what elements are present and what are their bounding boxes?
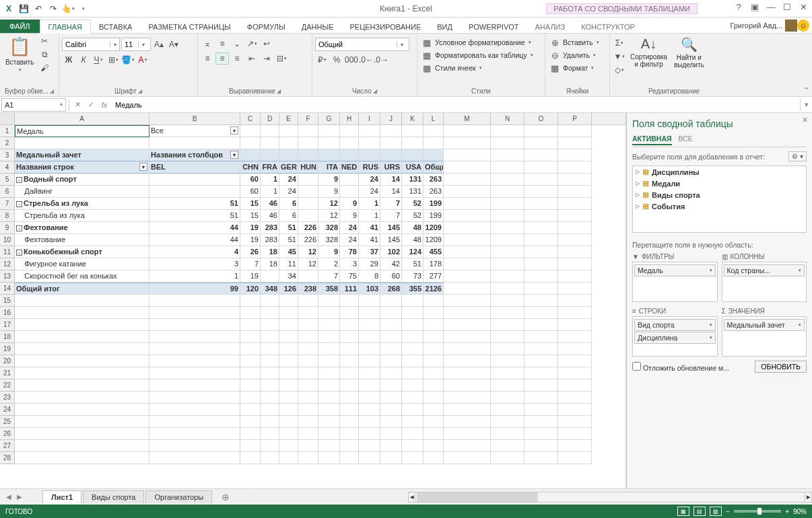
cell[interactable] xyxy=(15,392,149,404)
cell[interactable] xyxy=(279,307,298,319)
cell[interactable] xyxy=(340,319,359,331)
cell[interactable] xyxy=(491,404,525,416)
copy-icon[interactable]: ⧉ xyxy=(38,48,51,61)
cell[interactable] xyxy=(279,331,298,343)
close-icon[interactable]: ✕ xyxy=(796,0,811,13)
cell[interactable] xyxy=(149,331,240,343)
align-left-icon[interactable]: ≡ xyxy=(201,52,214,65)
cell[interactable] xyxy=(149,319,240,331)
cell[interactable]: 348 xyxy=(261,283,279,295)
cell[interactable] xyxy=(359,452,380,464)
cell[interactable] xyxy=(261,416,279,428)
cell[interactable] xyxy=(340,149,359,161)
cell[interactable]: 11 xyxy=(279,258,298,270)
cell[interactable] xyxy=(359,125,380,137)
cell[interactable] xyxy=(15,331,149,343)
cell[interactable]: 145 xyxy=(380,234,402,246)
cell[interactable]: 358 xyxy=(318,283,340,295)
cell[interactable]: 1209 xyxy=(424,234,444,246)
cell[interactable] xyxy=(359,319,380,331)
cell[interactable] xyxy=(444,404,491,416)
cell[interactable] xyxy=(558,355,592,367)
cell[interactable] xyxy=(240,125,261,137)
border-icon[interactable]: ⊞▾ xyxy=(106,54,120,66)
cell[interactable] xyxy=(558,392,592,404)
col-header[interactable]: O xyxy=(525,113,558,124)
cell[interactable] xyxy=(340,295,359,307)
cell[interactable]: CHN xyxy=(240,161,261,174)
row-header[interactable]: 8 xyxy=(0,210,15,222)
cell[interactable]: 73 xyxy=(402,270,424,283)
cell[interactable]: Общий итог xyxy=(424,161,444,174)
cell[interactable] xyxy=(402,379,424,392)
cell[interactable]: 9 xyxy=(318,246,340,258)
cell[interactable] xyxy=(15,137,149,149)
cell[interactable] xyxy=(318,319,340,331)
cell[interactable] xyxy=(444,210,491,222)
cell[interactable] xyxy=(491,307,525,319)
cell[interactable] xyxy=(424,452,444,464)
field-tab-active[interactable]: АКТИВНАЯ xyxy=(632,133,672,145)
cell[interactable] xyxy=(380,428,402,440)
cell[interactable]: 48 xyxy=(402,234,424,246)
tab-data[interactable]: ДАННЫЕ xyxy=(294,20,342,33)
cell[interactable] xyxy=(15,295,149,307)
cell[interactable] xyxy=(491,295,525,307)
horizontal-scrollbar[interactable]: ◂ ▸ xyxy=(408,492,812,503)
cell[interactable] xyxy=(149,379,240,392)
cell[interactable] xyxy=(340,307,359,319)
cell[interactable]: 44 xyxy=(149,234,240,246)
cell[interactable]: 328 xyxy=(318,222,340,234)
cell[interactable]: 277 xyxy=(424,270,444,283)
row-header[interactable]: 20 xyxy=(0,355,15,367)
cell[interactable]: 15 xyxy=(240,198,261,210)
cell[interactable]: 75 xyxy=(340,270,359,283)
cell[interactable]: 19 xyxy=(240,234,261,246)
cell[interactable] xyxy=(279,416,298,428)
cell[interactable]: Названия строк▾ xyxy=(15,161,149,174)
cell[interactable] xyxy=(525,149,558,161)
cell[interactable]: 283 xyxy=(261,222,279,234)
cell[interactable] xyxy=(525,428,558,440)
cell[interactable] xyxy=(444,428,491,440)
cell[interactable]: 24 xyxy=(279,186,298,198)
cell[interactable]: 7 xyxy=(380,198,402,210)
col-header[interactable]: D xyxy=(261,113,279,124)
cell[interactable] xyxy=(149,404,240,416)
field-list[interactable]: ▷▦Дисциплины▷▦Медали▷▦Виды спорта▷▦Событ… xyxy=(632,165,807,233)
cell[interactable] xyxy=(525,270,558,283)
cell[interactable] xyxy=(444,258,491,270)
cell[interactable]: 26 xyxy=(240,246,261,258)
filter-item-medal[interactable]: Медаль▾ xyxy=(634,264,716,276)
defer-update-checkbox[interactable]: Отложить обновление м... xyxy=(632,362,729,372)
cell[interactable]: 46 xyxy=(261,210,279,222)
cell[interactable] xyxy=(318,428,340,440)
expand-collapse-icon[interactable]: - xyxy=(16,250,22,256)
cell[interactable] xyxy=(380,416,402,428)
cell[interactable] xyxy=(444,367,491,379)
cell[interactable] xyxy=(402,331,424,343)
tab-analyze[interactable]: АНАЛИЗ xyxy=(527,20,574,33)
cell[interactable]: 24 xyxy=(359,174,380,186)
cell[interactable] xyxy=(491,428,525,440)
cell[interactable] xyxy=(318,367,340,379)
cell[interactable] xyxy=(525,246,558,258)
cell[interactable] xyxy=(240,137,261,149)
sheet-tab-1[interactable]: Лист1 xyxy=(42,490,81,504)
cell[interactable] xyxy=(491,379,525,392)
decrease-font-icon[interactable]: A▾ xyxy=(167,38,180,50)
expand-triangle-icon[interactable]: ▷ xyxy=(636,203,640,209)
cell[interactable] xyxy=(558,174,592,186)
cell[interactable]: 102 xyxy=(380,246,402,258)
tab-review[interactable]: РЕЦЕНЗИРОВАНИЕ xyxy=(341,20,429,33)
name-box[interactable]: A1▾ xyxy=(1,98,66,112)
pivot-field[interactable]: ▷▦Дисциплины xyxy=(633,166,806,178)
col-header[interactable]: A xyxy=(15,113,149,124)
cell[interactable]: 24 xyxy=(340,234,359,246)
cell[interactable] xyxy=(380,125,402,137)
cell[interactable] xyxy=(15,440,149,452)
cell[interactable] xyxy=(261,428,279,440)
cell[interactable] xyxy=(359,416,380,428)
row-header[interactable]: 28 xyxy=(0,452,15,464)
cell[interactable] xyxy=(402,440,424,452)
